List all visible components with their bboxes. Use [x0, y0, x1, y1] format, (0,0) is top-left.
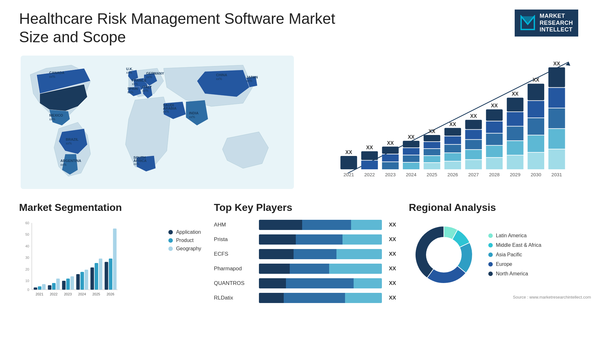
regional-content: Latin AmericaMiddle East & AfricaAsia Pa… [409, 220, 591, 290]
regional-legend-label: North America [496, 271, 528, 277]
svg-text:xx%: xx% [126, 71, 132, 74]
svg-rect-74 [465, 160, 482, 170]
svg-text:xx%: xx% [163, 110, 169, 113]
regional-legend-dot [488, 253, 493, 257]
regional-legend-item: Europe [488, 261, 541, 267]
product-dot [168, 238, 173, 243]
svg-text:JAPAN: JAPAN [246, 75, 258, 79]
svg-text:2023: 2023 [64, 292, 71, 296]
svg-text:2021: 2021 [343, 172, 354, 177]
svg-text:40: 40 [25, 244, 29, 248]
svg-rect-116 [42, 284, 45, 290]
player-value: XX [389, 251, 396, 257]
svg-text:xx%: xx% [189, 115, 195, 119]
svg-rect-57 [424, 142, 440, 148]
svg-text:2027: 2027 [468, 172, 479, 177]
svg-text:2022: 2022 [364, 172, 375, 177]
regional-legend-item: Latin America [488, 233, 541, 239]
svg-rect-123 [66, 279, 70, 290]
svg-text:XX: XX [470, 113, 477, 119]
player-bar-container [259, 249, 382, 259]
svg-text:2024: 2024 [406, 172, 416, 177]
bar-chart-section: XX2021XX2022XX2023XX2024XX2025XX2026XX20… [315, 56, 591, 189]
svg-text:XX: XX [512, 91, 519, 97]
svg-rect-71 [465, 130, 482, 139]
regional-legend-dot [488, 272, 493, 276]
svg-text:INDIA: INDIA [189, 111, 199, 115]
player-name: RLDatix [214, 295, 255, 301]
svg-rect-63 [444, 128, 461, 136]
svg-rect-79 [486, 134, 503, 145]
svg-rect-134 [105, 262, 108, 290]
segmentation-section: Market Segmentation 60 50 40 30 20 10 [19, 202, 201, 304]
player-row: PristaXX [214, 234, 396, 245]
svg-rect-114 [34, 287, 37, 290]
svg-rect-122 [62, 281, 65, 290]
svg-rect-41 [361, 151, 378, 160]
logo-text: MARKET RESEARCH INTELLECT [539, 13, 573, 33]
svg-rect-53 [403, 163, 419, 169]
svg-text:10: 10 [25, 279, 29, 283]
svg-rect-86 [507, 127, 523, 141]
svg-rect-58 [424, 149, 440, 155]
regional-legend-label: Middle East & Africa [496, 242, 541, 248]
legend-geography: Geography [168, 246, 201, 252]
logo-container: MARKET RESEARCH INTELLECT [502, 10, 591, 37]
svg-rect-52 [403, 155, 419, 162]
svg-text:xx%: xx% [66, 142, 72, 145]
player-name: Pharmapod [214, 266, 255, 272]
svg-rect-100 [548, 108, 565, 128]
application-dot [168, 230, 173, 234]
svg-rect-51 [403, 148, 419, 155]
svg-rect-59 [424, 156, 440, 162]
player-bar-container [259, 220, 382, 230]
svg-rect-115 [38, 286, 41, 290]
svg-rect-47 [382, 162, 398, 169]
svg-rect-66 [444, 153, 461, 161]
svg-text:2021: 2021 [36, 292, 43, 296]
regional-section: Regional Analysis Latin AmericaMiddle Ea… [409, 202, 591, 304]
svg-text:2025: 2025 [92, 292, 100, 296]
svg-rect-85 [507, 112, 523, 126]
svg-rect-132 [99, 259, 102, 290]
svg-rect-80 [486, 146, 503, 157]
segmentation-title: Market Segmentation [19, 202, 201, 213]
player-name: AHM [214, 222, 255, 228]
svg-rect-60 [424, 163, 440, 169]
segmentation-chart: 60 50 40 30 20 10 0 20212022202320242025… [19, 220, 121, 302]
svg-rect-118 [48, 285, 51, 290]
player-name: Prista [214, 236, 255, 243]
player-bar-container [259, 293, 382, 303]
svg-text:XX: XX [387, 140, 394, 146]
svg-rect-127 [80, 272, 84, 290]
svg-rect-95 [528, 153, 544, 169]
player-bar-bg [259, 264, 382, 274]
svg-text:XX: XX [345, 150, 352, 155]
svg-text:2030: 2030 [531, 172, 541, 177]
svg-rect-73 [465, 150, 482, 159]
donut-svg [409, 220, 479, 290]
svg-text:50: 50 [25, 233, 29, 236]
svg-text:U.K.: U.K. [126, 67, 133, 71]
player-bar-container [259, 264, 382, 274]
source-text: Source : www.marketresearchintellect.com [513, 295, 591, 300]
svg-text:xx%: xx% [49, 118, 55, 121]
svg-rect-64 [444, 136, 461, 144]
svg-rect-50 [403, 141, 419, 147]
svg-text:60: 60 [25, 221, 29, 225]
svg-text:2022: 2022 [50, 292, 58, 296]
svg-rect-101 [548, 129, 565, 149]
bar-chart-svg: XX2021XX2022XX2023XX2024XX2025XX2026XX20… [315, 56, 591, 189]
svg-rect-88 [507, 156, 523, 170]
svg-text:XX: XX [491, 103, 498, 108]
svg-rect-131 [95, 263, 98, 290]
svg-rect-120 [56, 279, 60, 290]
svg-text:ARGENTINA: ARGENTINA [60, 159, 81, 163]
player-bar-bg [259, 293, 382, 303]
svg-text:0: 0 [27, 288, 29, 292]
svg-text:XX: XX [366, 145, 373, 150]
svg-text:XX: XX [429, 129, 436, 134]
svg-text:xx%: xx% [132, 82, 138, 86]
svg-text:xx%: xx% [146, 75, 152, 79]
player-value: XX [389, 266, 396, 272]
